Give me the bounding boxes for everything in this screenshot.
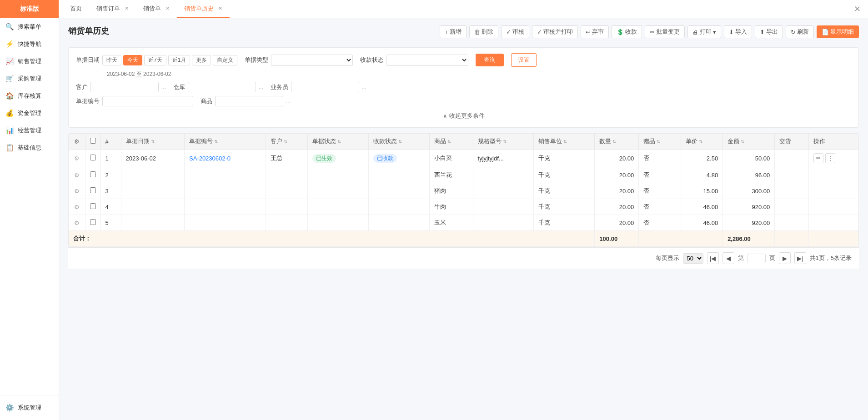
- select-all-checkbox[interactable]: [90, 138, 96, 144]
- sidebar-item-basic-info[interactable]: 📋 基础信息: [0, 139, 59, 156]
- page-title: 销货单历史: [68, 25, 109, 36]
- row-check[interactable]: [85, 199, 100, 215]
- tab-sales-order-label: 销售订单: [96, 5, 120, 13]
- th-doc-date[interactable]: 单据日期⇅: [121, 134, 184, 150]
- last-page-button[interactable]: ▶|: [794, 252, 806, 264]
- close-sales-history-icon[interactable]: ✕: [218, 5, 222, 11]
- goods-input[interactable]: [215, 96, 283, 106]
- table-row: ⚙ 4 牛肉 千克 20.00 否 46.00 920.00: [69, 199, 858, 215]
- tab-sales-history[interactable]: 销货单历史 ✕: [177, 0, 230, 18]
- th-unit[interactable]: 销售单位⇅: [534, 134, 595, 150]
- date-btn-today[interactable]: 今天: [123, 55, 142, 65]
- date-btn-custom[interactable]: 自定义: [213, 55, 237, 65]
- collect-status-select[interactable]: [386, 55, 468, 66]
- close-sales-order-icon[interactable]: ✕: [125, 5, 129, 11]
- collect-button[interactable]: 💲 收款: [612, 25, 642, 38]
- sidebar-item-search-menu[interactable]: 🔍 搜索菜单: [0, 18, 59, 35]
- th-goods[interactable]: 商品⇅: [429, 134, 473, 150]
- date-btn-1month[interactable]: 近1月: [168, 55, 191, 65]
- row-gear[interactable]: ⚙: [69, 183, 85, 199]
- edit-button[interactable]: ✏: [813, 153, 823, 163]
- tab-sales-goods[interactable]: 销货单 ✕: [136, 0, 177, 18]
- th-collect-status[interactable]: 收款状态⇅: [369, 134, 430, 150]
- per-page-select[interactable]: 50: [683, 253, 703, 264]
- doc-no-link[interactable]: SA-20230602-0: [189, 155, 231, 162]
- query-button[interactable]: 查询: [476, 54, 504, 66]
- th-check[interactable]: [85, 134, 100, 150]
- customer-ellipsis[interactable]: ...: [161, 84, 166, 90]
- row-gear[interactable]: ⚙: [69, 150, 85, 167]
- prev-page-button[interactable]: ◀: [722, 252, 734, 264]
- date-btn-more[interactable]: 更多: [192, 55, 211, 65]
- th-trade: 交货: [775, 134, 809, 150]
- row-check[interactable]: [85, 183, 100, 199]
- warehouse-input[interactable]: [188, 82, 256, 92]
- new-button[interactable]: + 新增: [440, 25, 467, 38]
- row-checkbox[interactable]: [90, 171, 96, 177]
- sidebar-item-inventory[interactable]: 🏠 库存核算: [0, 87, 59, 105]
- salesperson-input[interactable]: [291, 82, 359, 92]
- filter-collapse[interactable]: ∧ 收起更多条件: [76, 110, 851, 122]
- filter-row-1: 单据日期 昨天 今天 近7天 近1月 更多 自定义 单据类型: [76, 53, 851, 67]
- th-doc-status[interactable]: 单据状态⇅: [308, 134, 369, 150]
- print-button[interactable]: 🖨 打印 ▾: [687, 25, 721, 38]
- doc-type-select[interactable]: [271, 55, 353, 66]
- th-customer[interactable]: 客户⇅: [266, 134, 307, 150]
- th-spec[interactable]: 规格型号⇅: [473, 134, 534, 150]
- row-check[interactable]: [85, 150, 100, 167]
- customer-input[interactable]: [90, 82, 159, 92]
- th-amount[interactable]: 金额⇅: [723, 134, 775, 150]
- th-doc-no[interactable]: 单据编号⇅: [184, 134, 266, 150]
- page-input[interactable]: 1: [748, 254, 766, 263]
- sidebar-item-label: 基础信息: [18, 144, 41, 152]
- abandon-button[interactable]: ↩ 弃审: [581, 25, 609, 38]
- batch-change-button[interactable]: ✏ 批量变更: [645, 25, 685, 38]
- row-checkbox[interactable]: [90, 203, 96, 209]
- th-gift[interactable]: 赠品⇅: [639, 134, 681, 150]
- audit-button[interactable]: ✓ 审核: [501, 25, 529, 38]
- next-page-button[interactable]: ▶: [779, 252, 791, 264]
- salesperson-ellipsis[interactable]: ...: [362, 84, 366, 90]
- th-qty[interactable]: 数量⇅: [595, 134, 639, 150]
- row-checkbox[interactable]: [90, 155, 96, 160]
- filter-goods: 商品 ...: [201, 96, 291, 106]
- row-gear[interactable]: ⚙: [69, 215, 85, 231]
- more-button[interactable]: ⋮: [825, 153, 835, 163]
- warehouse-ellipsis[interactable]: ...: [259, 84, 263, 90]
- refresh-icon: ↻: [791, 29, 796, 35]
- row-checkbox[interactable]: [90, 219, 96, 225]
- tab-home[interactable]: 首页: [63, 0, 89, 18]
- row-doc-date: [121, 199, 184, 215]
- row-gear[interactable]: ⚙: [69, 199, 85, 215]
- delete-button[interactable]: 🗑 删除: [469, 25, 498, 38]
- sidebar-item-sys-mgmt[interactable]: ⚙️ 系统管理: [0, 399, 59, 416]
- date-btn-yesterday[interactable]: 昨天: [102, 55, 121, 65]
- th-price[interactable]: 单价⇅: [681, 134, 722, 150]
- tab-sales-order[interactable]: 销售订单 ✕: [89, 0, 136, 18]
- summary-action: [809, 231, 858, 247]
- first-page-button[interactable]: |◀: [707, 252, 719, 264]
- row-gear[interactable]: ⚙: [69, 167, 85, 183]
- doc-no-input[interactable]: [102, 96, 193, 106]
- audit-print-button[interactable]: ✓ 审核并打印: [532, 25, 578, 38]
- export-button[interactable]: ⬆ 导出: [755, 25, 783, 38]
- show-detail-button[interactable]: 📄 显示明细: [817, 25, 859, 38]
- close-sales-goods-icon[interactable]: ✕: [166, 5, 170, 11]
- row-check[interactable]: [85, 215, 100, 231]
- sidebar-item-purchase-mgmt[interactable]: 🛒 采购管理: [0, 70, 59, 87]
- sidebar-item-quick-nav[interactable]: ⚡ 快捷导航: [0, 35, 59, 53]
- import-button[interactable]: ⬇ 导入: [724, 25, 752, 38]
- sidebar-item-fund-mgmt[interactable]: 💰 资金管理: [0, 105, 59, 122]
- th-gear[interactable]: ⚙: [69, 134, 85, 150]
- setting-button[interactable]: 设置: [511, 53, 537, 67]
- close-all-tabs-icon[interactable]: ✕: [850, 4, 864, 14]
- refresh-button[interactable]: ↻ 刷新: [786, 25, 814, 38]
- row-gift: 否: [639, 183, 681, 199]
- row-checkbox[interactable]: [90, 187, 96, 193]
- sidebar-item-sales-mgmt[interactable]: 📈 销售管理: [0, 53, 59, 70]
- goods-ellipsis[interactable]: ...: [286, 98, 291, 105]
- sidebar-item-biz-mgmt[interactable]: 📊 经营管理: [0, 122, 59, 139]
- date-btn-7days[interactable]: 近7天: [144, 55, 166, 65]
- row-check[interactable]: [85, 167, 100, 183]
- date-buttons: 昨天 今天 近7天 近1月 更多 自定义: [102, 55, 237, 65]
